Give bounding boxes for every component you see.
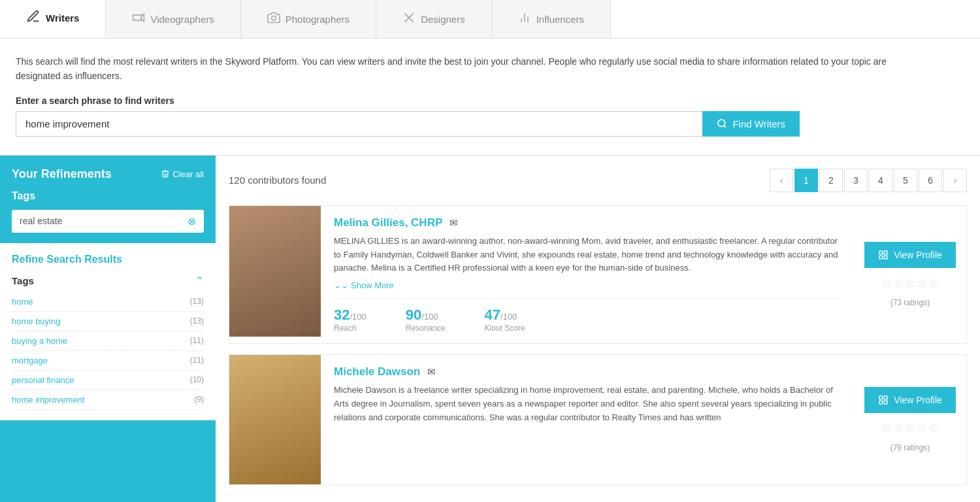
list-item: mortgage (11) [12,351,204,371]
results-area: 120 contributors found ‹ 1 2 3 4 5 6 › M… [216,156,980,502]
tag-home-improvement-count: (9) [194,395,204,404]
tags-section-label: Tags [12,190,204,202]
list-item: buying a home (11) [12,331,204,351]
stats-row-1: 32/100 Reach 90/100 Resonance 47/100 [334,298,841,333]
find-writers-label: Find Writers [732,118,785,129]
tag-buying-home-count: (11) [190,336,204,345]
view-profile-button-2[interactable]: View Profile [864,387,956,413]
results-count: 120 contributors found [229,175,326,186]
view-profile-button-1[interactable]: View Profile [864,242,956,268]
influencers-icon [518,11,531,27]
tag-home-improvement-link[interactable]: home improvement [12,395,84,405]
search-description: This search will find the most relevant … [16,54,930,84]
videographers-icon [132,11,145,27]
top-nav-tabs: Writers Videographers Photographers Desi… [0,0,980,39]
show-more-1[interactable]: ⌄⌄ Show More [334,280,841,290]
reach-stat-1: 32/100 Reach [334,307,367,333]
contributor-info-2: Michele Dawson ✉ Michele Dawson is a fre… [321,355,854,484]
tab-videographers[interactable]: Videographers [106,0,240,38]
tag-list: home (13) home buying (13) buying a home… [12,292,204,410]
search-area: This search will find the most relevant … [0,39,980,156]
svg-point-5 [718,120,725,127]
ratings-count-1: (73 ratings) [890,298,930,307]
refine-section: Refine Search Results Tags ⌃ home (13) h… [0,243,216,420]
svg-rect-9 [879,256,883,259]
search-row: Find Writers [16,111,800,137]
list-item: home improvement (9) [12,390,204,410]
clear-all-label: Clear all [172,169,204,179]
tag-buying-home-link[interactable]: buying a home [12,336,67,346]
svg-rect-14 [884,401,887,405]
results-header: 120 contributors found ‹ 1 2 3 4 5 6 › [229,169,967,192]
contributor-bio-1: MELINA GILLIES is an award-winning autho… [334,235,841,275]
ratings-count-2: (79 ratings) [890,443,930,452]
refine-tags-label: Tags [12,275,34,286]
prev-page-button[interactable]: ‹ [770,169,793,192]
tag-personal-finance-count: (10) [190,375,204,384]
page-1-button[interactable]: 1 [794,169,818,192]
svg-rect-10 [884,256,887,259]
tab-photographers[interactable]: Photographers [241,0,376,38]
contributor-bio-2: Michele Dawson is a freelance writer spe… [334,384,841,424]
refine-title: Refine Search Results [12,254,204,265]
tab-designers[interactable]: Designers [376,0,492,38]
tag-home-count: (13) [190,297,204,306]
contributor-photo-2 [229,355,321,485]
email-icon-1: ✉ [449,217,458,228]
resonance-stat-1: 90/100 Resonance [406,307,446,333]
list-item: personal finance (10) [12,371,204,390]
designers-icon [402,11,416,27]
tab-influencers-label: Influencers [536,14,584,25]
remove-tag-button[interactable]: ⊗ [188,215,196,227]
tag-mortgage-link[interactable]: mortgage [12,356,48,365]
svg-rect-12 [884,396,887,399]
svg-rect-7 [879,251,883,254]
pagination: ‹ 1 2 3 4 5 6 › [770,169,967,192]
email-icon-2: ✉ [427,366,436,377]
page-3-button[interactable]: 3 [844,169,868,192]
svg-rect-13 [879,401,883,405]
search-label: Enter a search phrase to find writers [16,95,964,106]
contributor-card-2: Michele Dawson ✉ Michele Dawson is a fre… [229,354,967,485]
sidebar-title: Your Refinements [12,167,112,181]
tab-videographers-label: Videographers [150,14,214,25]
collapse-tags-button[interactable]: ⌃ [195,275,204,287]
photographers-icon [267,11,280,27]
page-4-button[interactable]: 4 [869,169,892,192]
find-writers-button[interactable]: Find Writers [702,111,800,137]
tag-home-link[interactable]: home [12,297,33,307]
clear-all-button[interactable]: Clear all [161,169,204,179]
contributor-info-1: Melina Gillies, CHRP ✉ MELINA GILLIES is… [321,206,854,343]
tab-influencers[interactable]: Influencers [492,0,611,38]
contributor-actions-1: View Profile ☆ ☆ ☆ ☆ ☆ (73 ratings) [854,206,966,343]
tag-home-buying-link[interactable]: home buying [12,316,60,326]
contributor-photo-1 [229,206,321,337]
next-page-button[interactable]: › [943,169,967,192]
svg-rect-11 [879,396,883,399]
tag-mortgage-count: (11) [190,356,204,365]
tag-personal-finance-link[interactable]: personal finance [12,375,74,385]
tag-home-buying-count: (13) [190,316,204,326]
list-item: home (13) [12,292,204,312]
star-rating-1: ☆ ☆ ☆ ☆ ☆ [881,276,939,290]
sidebar-header: Your Refinements Clear all [0,156,216,190]
refine-tags-header: Tags ⌃ [12,275,204,287]
sidebar: Your Refinements Clear all Tags real est… [0,156,216,502]
contributor-card-1: Melina Gillies, CHRP ✉ MELINA GILLIES is… [229,205,967,344]
contributor-name-2: Michele Dawson ✉ [334,365,841,378]
page-6-button[interactable]: 6 [919,169,942,192]
klout-stat-1: 47/100 Klout Score [485,307,525,333]
page-5-button[interactable]: 5 [894,169,917,192]
svg-rect-8 [884,251,887,254]
active-tags-section: Tags real estate ⊗ [0,190,216,243]
page-2-button[interactable]: 2 [819,169,843,192]
contributor-name-1: Melina Gillies, CHRP ✉ [334,216,841,229]
svg-line-6 [725,126,727,127]
tab-writers[interactable]: Writers [0,0,106,38]
tab-photographers-label: Photographers [286,14,350,25]
writers-icon [26,9,41,27]
search-input[interactable] [16,111,702,137]
svg-point-2 [271,16,276,20]
star-rating-2: ☆ ☆ ☆ ☆ ☆ [881,421,939,435]
active-tag-text: real estate [20,216,62,226]
